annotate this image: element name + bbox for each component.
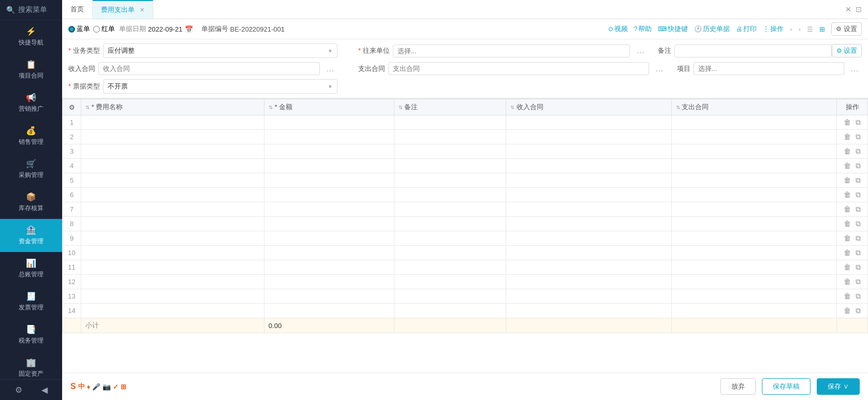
expense-name-cell[interactable]	[81, 202, 264, 217]
settings-btn-2[interactable]: ⚙ 设置	[832, 44, 862, 57]
income-contract-cell[interactable]	[506, 115, 671, 130]
expense-contract-cell[interactable]	[671, 289, 837, 304]
delete-icon[interactable]: 🗑	[844, 118, 851, 126]
copy-icon[interactable]: ⧉	[856, 219, 861, 228]
amount-cell[interactable]	[264, 202, 394, 217]
close-window-icon[interactable]: ✕	[845, 5, 851, 13]
income-contract-cell[interactable]	[506, 260, 671, 275]
sidebar-item-shuiwu[interactable]: 📑税务管理	[0, 318, 62, 351]
delete-icon[interactable]: 🗑	[844, 234, 851, 242]
note-cell[interactable]	[394, 144, 506, 159]
delete-icon[interactable]: 🗑	[844, 263, 851, 271]
sidebar-item-kucun[interactable]: 📦库存核算	[0, 186, 62, 219]
amount-cell[interactable]	[264, 115, 394, 130]
sidebar-item-caigou[interactable]: 🛒采购管理	[0, 153, 62, 186]
income-contract-input[interactable]	[98, 62, 320, 75]
sidebar-item-zhangmu[interactable]: 📊总账管理	[0, 252, 62, 285]
delete-icon[interactable]: 🗑	[844, 176, 851, 184]
expense-contract-cell[interactable]	[671, 144, 837, 159]
amount-cell[interactable]	[264, 289, 394, 304]
shortcut-btn[interactable]: ⌨ 快捷键	[658, 24, 688, 34]
grid-view-icon[interactable]: ⊞	[819, 25, 825, 33]
expense-name-cell[interactable]	[81, 304, 264, 318]
sidebar-item-gudingzichan[interactable]: 🏢固定资产	[0, 351, 62, 379]
copy-icon[interactable]: ⧉	[856, 118, 861, 126]
project-more-icon[interactable]: …	[847, 64, 862, 73]
income-contract-cell[interactable]	[506, 159, 671, 173]
history-btn[interactable]: 🕐 历史单据	[694, 24, 730, 34]
income-contract-cell[interactable]	[506, 144, 671, 159]
delete-icon[interactable]: 🗑	[844, 132, 851, 141]
income-contract-cell[interactable]	[506, 304, 671, 318]
collapse-icon[interactable]: ◀	[41, 385, 48, 395]
expense-contract-cell[interactable]	[671, 188, 837, 202]
copy-icon[interactable]: ⧉	[856, 306, 861, 315]
expense-contract-cell[interactable]	[671, 115, 837, 130]
expense-contract-cell[interactable]	[671, 159, 837, 173]
note-cell[interactable]	[394, 217, 506, 231]
sidebar-item-xiaoshou[interactable]: 💰销售管理	[0, 120, 62, 153]
radio-red-label[interactable]: 红单	[93, 24, 115, 34]
copy-icon[interactable]: ⧉	[856, 132, 861, 141]
draft-button[interactable]: 保存草稿	[762, 378, 811, 395]
income-contract-cell[interactable]	[506, 289, 671, 304]
note-cell[interactable]	[394, 188, 506, 202]
expense-contract-cell[interactable]	[671, 217, 837, 231]
delete-icon[interactable]: 🗑	[844, 277, 851, 286]
note-cell[interactable]	[394, 159, 506, 173]
calendar-icon[interactable]: 📅	[185, 25, 193, 33]
note-cell[interactable]	[394, 275, 506, 289]
amount-cell[interactable]	[264, 188, 394, 202]
discard-button[interactable]: 放弃	[720, 378, 756, 395]
copy-icon[interactable]: ⧉	[856, 277, 861, 286]
copy-icon[interactable]: ⧉	[856, 292, 861, 300]
amount-cell[interactable]	[264, 173, 394, 188]
copy-icon[interactable]: ⧉	[856, 176, 861, 184]
ops-btn[interactable]: ⋮ 操作	[763, 24, 784, 34]
sidebar-item-kuaijie[interactable]: ⚡快捷导航	[0, 20, 62, 53]
income-contract-cell[interactable]	[506, 202, 671, 217]
copy-icon[interactable]: ⧉	[856, 263, 861, 271]
expense-name-cell[interactable]	[81, 260, 264, 275]
delete-icon[interactable]: 🗑	[844, 205, 851, 213]
income-contract-cell[interactable]	[506, 173, 671, 188]
expense-contract-cell[interactable]	[671, 231, 837, 246]
copy-icon[interactable]: ⧉	[856, 248, 861, 257]
amount-cell[interactable]	[264, 217, 394, 231]
print-btn[interactable]: 🖨 打印	[736, 24, 757, 34]
expense-name-cell[interactable]	[81, 246, 264, 260]
settings-btn[interactable]: ⚙ 设置	[831, 22, 862, 36]
expense-name-cell[interactable]	[81, 159, 264, 173]
expense-name-cell[interactable]	[81, 231, 264, 246]
amount-cell[interactable]	[264, 275, 394, 289]
note-cell[interactable]	[394, 304, 506, 318]
th-settings[interactable]: ⚙	[63, 99, 81, 115]
expense-contract-cell[interactable]	[671, 260, 837, 275]
copy-icon[interactable]: ⧉	[856, 234, 861, 242]
expense-name-cell[interactable]	[81, 144, 264, 159]
expense-contract-cell[interactable]	[671, 275, 837, 289]
expense-contract-cell[interactable]	[671, 173, 837, 188]
expense-name-cell[interactable]	[81, 130, 264, 144]
note-cell[interactable]	[394, 246, 506, 260]
expense-contract-input[interactable]	[388, 62, 649, 75]
copy-icon[interactable]: ⧉	[856, 161, 861, 170]
tab-close-icon[interactable]: ✕	[140, 7, 144, 13]
expense-contract-cell[interactable]	[671, 202, 837, 217]
income-contract-cell[interactable]	[506, 130, 671, 144]
radio-blue-input[interactable]	[68, 26, 75, 33]
expense-contract-cell[interactable]	[671, 130, 837, 144]
delete-icon[interactable]: 🗑	[844, 248, 851, 257]
delete-icon[interactable]: 🗑	[844, 306, 851, 315]
next-icon[interactable]: ›	[799, 25, 801, 33]
delete-icon[interactable]: 🗑	[844, 161, 851, 170]
amount-cell[interactable]	[264, 130, 394, 144]
radio-blue-label[interactable]: 蓝单	[68, 24, 90, 34]
video-btn[interactable]: ⊙ 视频	[608, 24, 628, 34]
expense-contract-more-icon[interactable]: …	[652, 64, 667, 73]
settings-icon[interactable]: ⚙	[15, 385, 22, 395]
expense-name-cell[interactable]	[81, 217, 264, 231]
save-button[interactable]: 保存 ∨	[817, 378, 860, 395]
expense-name-cell[interactable]	[81, 173, 264, 188]
income-contract-cell[interactable]	[506, 275, 671, 289]
